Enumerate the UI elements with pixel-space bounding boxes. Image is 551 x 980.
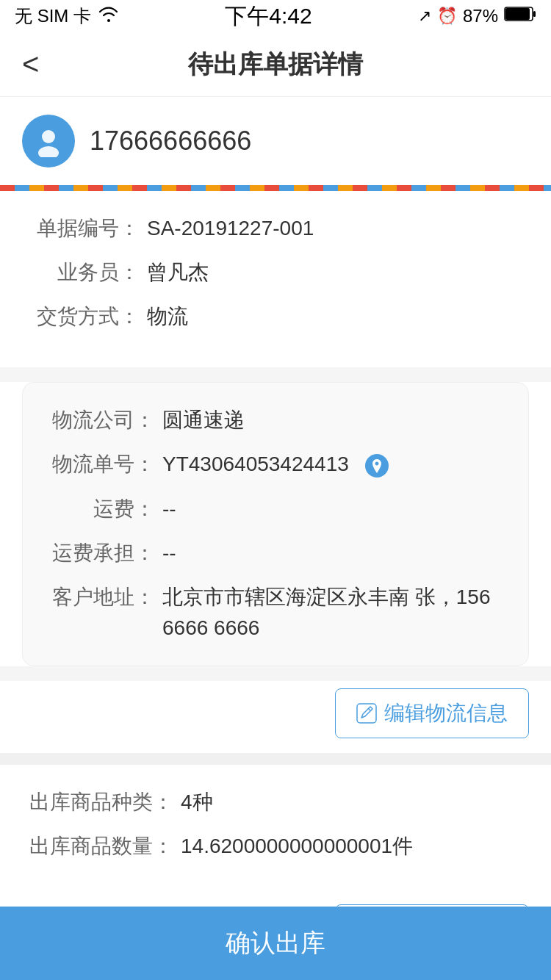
product-qty-label: 出库商品数量： — [29, 831, 181, 862]
logistics-company-label: 物流公司： — [45, 405, 162, 436]
confirm-outbound-label: 确认出库 — [226, 926, 325, 960]
svg-rect-1 — [505, 8, 530, 20]
order-info-section: 单据编号： SA-20191227-001 业务员： 曾凡杰 交货方式： 物流 — [0, 191, 551, 367]
logistics-tracking-row: 物流单号： YT43064053424413 — [45, 449, 506, 480]
battery-label: 87% — [463, 6, 498, 26]
product-types-label: 出库商品种类： — [29, 787, 181, 818]
edit-logistics-button[interactable]: 编辑物流信息 — [335, 688, 529, 738]
user-section: 17666666666 — [0, 97, 551, 185]
svg-rect-6 — [357, 704, 376, 723]
product-qty-row: 出库商品数量： 14.6200000000000001件 — [29, 831, 522, 862]
salesperson-value: 曾凡杰 — [147, 257, 522, 288]
freight-bearer-label: 运费承担： — [45, 538, 162, 569]
back-button[interactable]: < — [22, 48, 39, 81]
section-separator — [0, 753, 551, 765]
logistics-company-value: 圆通速递 — [162, 405, 506, 436]
alarm-icon: ⏰ — [437, 7, 457, 26]
document-no-row: 单据编号： SA-20191227-001 — [29, 213, 522, 244]
salesperson-label: 业务员： — [29, 257, 147, 288]
user-phone: 17666666666 — [90, 126, 251, 156]
freight-label: 运费： — [45, 494, 162, 525]
time-label: 下午4:42 — [225, 1, 311, 32]
status-bar: 无 SIM 卡 下午4:42 ↗ ⏰ 87% — [0, 0, 551, 32]
edit-logistics-label: 编辑物流信息 — [384, 699, 508, 727]
svg-rect-2 — [533, 11, 536, 17]
carrier-label: 无 SIM 卡 — [15, 4, 91, 28]
address-value: 北京市市辖区海淀区永丰南 张，156 6666 6666 — [162, 582, 506, 644]
product-qty-value: 14.6200000000000001件 — [181, 831, 522, 862]
logistics-tracking-value: YT43064053424413 — [162, 449, 506, 480]
nav-bar: < 待出库单据详情 — [0, 32, 551, 97]
logistics-company-row: 物流公司： 圆通速递 — [45, 405, 506, 436]
address-label: 客户地址： — [45, 582, 162, 613]
status-bar-right: ↗ ⏰ 87% — [418, 6, 536, 26]
svg-point-3 — [42, 130, 55, 143]
freight-bearer-row: 运费承担： -- — [45, 538, 506, 569]
battery-icon — [504, 6, 536, 26]
location-arrow-icon: ↗ — [418, 7, 431, 26]
map-location-icon[interactable] — [362, 451, 392, 480]
logistics-tracking-label: 物流单号： — [45, 449, 162, 480]
address-row: 客户地址： 北京市市辖区海淀区永丰南 张，156 6666 6666 — [45, 582, 506, 644]
product-types-row: 出库商品种类： 4种 — [29, 787, 522, 818]
salesperson-row: 业务员： 曾凡杰 — [29, 257, 522, 288]
product-types-value: 4种 — [181, 787, 522, 818]
freight-value: -- — [162, 494, 506, 525]
page-title: 待出库单据详情 — [188, 48, 363, 82]
svg-point-4 — [38, 146, 59, 157]
user-avatar — [22, 115, 75, 167]
freight-bearer-value: -- — [162, 538, 506, 569]
delivery-method-value: 物流 — [147, 301, 522, 332]
stats-section: 出库商品种类： 4种 出库商品数量： 14.6200000000000001件 — [0, 765, 551, 897]
freight-row: 运费： -- — [45, 494, 506, 525]
delivery-method-label: 交货方式： — [29, 301, 147, 332]
status-bar-left: 无 SIM 卡 — [15, 4, 119, 28]
dashed-divider — [0, 185, 551, 191]
document-no-value: SA-20191227-001 — [147, 213, 522, 244]
confirm-outbound-button[interactable]: 确认出库 — [0, 907, 551, 980]
edit-btn-row: 编辑物流信息 — [0, 681, 551, 753]
logistics-card: 物流公司： 圆通速递 物流单号： YT43064053424413 运费： --… — [22, 382, 529, 666]
document-no-label: 单据编号： — [29, 213, 147, 244]
delivery-method-row: 交货方式： 物流 — [29, 301, 522, 332]
wifi-icon — [98, 6, 119, 26]
